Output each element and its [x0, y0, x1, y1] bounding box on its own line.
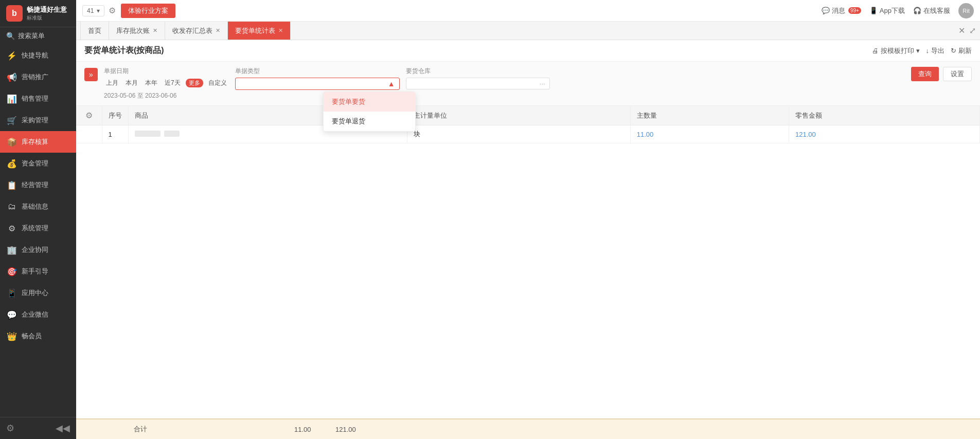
sidebar-item-finance[interactable]: 💰 资金管理 [0, 153, 76, 174]
footer-amount: 121.00 [329, 426, 370, 433]
page-title: 要货单统计表(按商品) [84, 45, 164, 56]
sidebar-item-sales[interactable]: 📊 销售管理 [0, 88, 76, 109]
expand-icon: » [89, 70, 93, 79]
app-download-item[interactable]: 📱 App下载 [869, 6, 905, 15]
type-option-return[interactable]: 要货单退货 [324, 112, 415, 131]
type-chevron-icon[interactable]: ▲ [388, 80, 395, 88]
sidebar-search[interactable]: 🔍 搜索菜单 [0, 27, 76, 45]
this-year-btn[interactable]: 本年 [143, 78, 159, 88]
date-range-display: 2023-05-06 至 2023-06-06 [104, 92, 229, 100]
inventory-icon: 📦 [6, 136, 17, 148]
sidebar-item-enterprise[interactable]: 🏢 企业协同 [0, 239, 76, 261]
sidebar-item-purchase[interactable]: 🛒 采购管理 [0, 109, 76, 131]
sidebar-item-inventory[interactable]: 📦 库存核算 [0, 131, 76, 153]
sales-icon: 📊 [6, 93, 17, 104]
sidebar-item-system[interactable]: ⚙ 系统管理 [0, 217, 76, 239]
topbar-dropdown[interactable]: 41 ▾ [82, 5, 104, 16]
tab-close-icon[interactable]: ✕ [278, 27, 283, 34]
sidebar-item-label: 新手引导 [22, 267, 48, 276]
app-center-icon: 📱 [6, 287, 17, 299]
date-filter-row: 上月 本月 本年 近7天 更多 自定义 [104, 78, 229, 88]
download-icon: 📱 [869, 7, 878, 14]
trial-button[interactable]: 体验行业方案 [121, 4, 175, 18]
messages-item[interactable]: 💬 消息 99+ [822, 6, 861, 15]
chevron-down-icon: ▾ [916, 47, 920, 54]
settings-icon[interactable]: ⚙ [6, 423, 14, 434]
query-button[interactable]: 查询 [911, 67, 939, 81]
sidebar-search-label: 搜索菜单 [18, 31, 45, 41]
sidebar-item-label: 企业协同 [22, 245, 48, 254]
finance-icon: 💰 [6, 158, 17, 169]
service-icon: 🎧 [913, 7, 921, 14]
wechat-icon: 💬 [6, 309, 17, 320]
tab-order-stats[interactable]: 要货单统计表 ✕ [228, 22, 291, 40]
settings-button[interactable]: 设置 [943, 67, 972, 81]
sidebar-item-operation[interactable]: 📋 经营管理 [0, 174, 76, 196]
type-filter-input[interactable] [240, 80, 385, 88]
window-expand-icon[interactable]: ⤢ [969, 26, 976, 35]
th-quantity: 主数量 [630, 106, 789, 125]
tab-home-label: 首页 [88, 26, 101, 35]
export-action[interactable]: ↓ 导出 [926, 46, 945, 56]
last-month-btn[interactable]: 上月 [104, 78, 120, 88]
sidebar-item-guide[interactable]: 🎯 新手引导 [0, 261, 76, 282]
tab-inventory-batch[interactable]: 库存批次账 ✕ [109, 22, 165, 40]
type-option-requisition[interactable]: 要货单要货 [324, 92, 415, 112]
sidebar-item-label: 经营管理 [22, 180, 48, 190]
date-filter-label: 单据日期 [104, 67, 229, 76]
sidebar-item-label: 采购管理 [22, 116, 48, 125]
app-download-label: App下载 [880, 6, 905, 15]
sidebar-item-label: 库存核算 [22, 137, 48, 147]
product-placeholder [135, 131, 161, 137]
warehouse-filter-label: 要货仓库 [406, 67, 550, 76]
print-action[interactable]: 🖨 按模板打印 ▾ [872, 46, 920, 56]
last-7-days-btn[interactable]: 近7天 [163, 78, 183, 88]
sidebar-item-quick-nav[interactable]: ⚡ 快捷导航 [0, 45, 76, 66]
tab-home[interactable]: 首页 [80, 22, 109, 40]
table-header-row: ⚙ 序号 商品 主计量单位 主数量 零售金额 [76, 106, 980, 125]
sidebar-item-app-center[interactable]: 📱 应用中心 [0, 282, 76, 304]
column-settings-icon[interactable]: ⚙ [85, 111, 93, 120]
system-icon: ⚙ [6, 223, 17, 234]
footer-total-label: 合计 [134, 425, 147, 433]
window-close-icon[interactable]: ✕ [958, 26, 965, 35]
messages-badge: 99+ [848, 7, 861, 14]
sidebar-item-basic-info[interactable]: 🗂 基础信息 [0, 196, 76, 217]
th-unit: 主计量单位 [407, 106, 631, 125]
content-header: 要货单统计表(按商品) 🖨 按模板打印 ▾ ↓ 导出 ↻ 刷新 [76, 40, 980, 62]
this-month-btn[interactable]: 本月 [123, 78, 140, 88]
sidebar-nav: ⚡ 快捷导航 📢 营销推广 📊 销售管理 🛒 采购管理 📦 库存核算 💰 资金管… [0, 45, 76, 417]
tab-close-icon[interactable]: ✕ [153, 27, 157, 34]
topbar-left: 41 ▾ ⚙ 体验行业方案 [82, 4, 822, 18]
warehouse-filter-input[interactable] [411, 80, 537, 87]
more-dates-btn[interactable]: 更多 [186, 79, 203, 87]
collapse-icon[interactable]: ◀◀ [56, 423, 70, 434]
th-settings[interactable]: ⚙ [76, 106, 102, 125]
sidebar-item-member[interactable]: 👑 畅会员 [0, 325, 76, 347]
sidebar-item-wechat[interactable]: 💬 企业微信 [0, 304, 76, 325]
filter-bar: » 单据日期 上月 本月 本年 近7天 更多 自定义 2023-05-06 至 … [76, 62, 980, 106]
tabs-bar: 首页 库存批次账 ✕ 收发存汇总表 ✕ 要货单统计表 ✕ ✕ ⤢ [76, 22, 980, 40]
sidebar-item-label: 畅会员 [22, 332, 42, 341]
filter-expand-button[interactable]: » [84, 68, 98, 81]
content-area: 要货单统计表(按商品) 🖨 按模板打印 ▾ ↓ 导出 ↻ 刷新 [76, 40, 980, 439]
sidebar-item-label: 系统管理 [22, 224, 48, 233]
refresh-action[interactable]: ↻ 刷新 [951, 46, 972, 56]
custom-date-btn[interactable]: 自定义 [206, 78, 229, 88]
tab-receive-summary[interactable]: 收发存汇总表 ✕ [165, 22, 228, 40]
warehouse-more-icon[interactable]: ··· [540, 80, 545, 87]
avatar[interactable]: Rit [958, 3, 974, 19]
sidebar-item-label: 企业微信 [22, 310, 48, 319]
messages-label: 消息 [832, 6, 845, 15]
sidebar-item-label: 营销推广 [22, 72, 48, 82]
app-logo-icon: b [6, 5, 23, 22]
topbar-settings-icon[interactable]: ⚙ [109, 6, 116, 15]
online-service-item[interactable]: 🎧 在线客服 [913, 6, 950, 15]
tab-close-icon[interactable]: ✕ [216, 27, 220, 34]
cell-settings [76, 125, 102, 143]
app-brand-text: 畅捷通好生意 标准版 [27, 5, 67, 22]
enterprise-icon: 🏢 [6, 244, 17, 255]
data-table: ⚙ 序号 商品 主计量单位 主数量 零售金额 1 [76, 106, 980, 143]
sidebar-item-marketing[interactable]: 📢 营销推广 [0, 66, 76, 88]
basic-info-icon: 🗂 [6, 201, 17, 212]
